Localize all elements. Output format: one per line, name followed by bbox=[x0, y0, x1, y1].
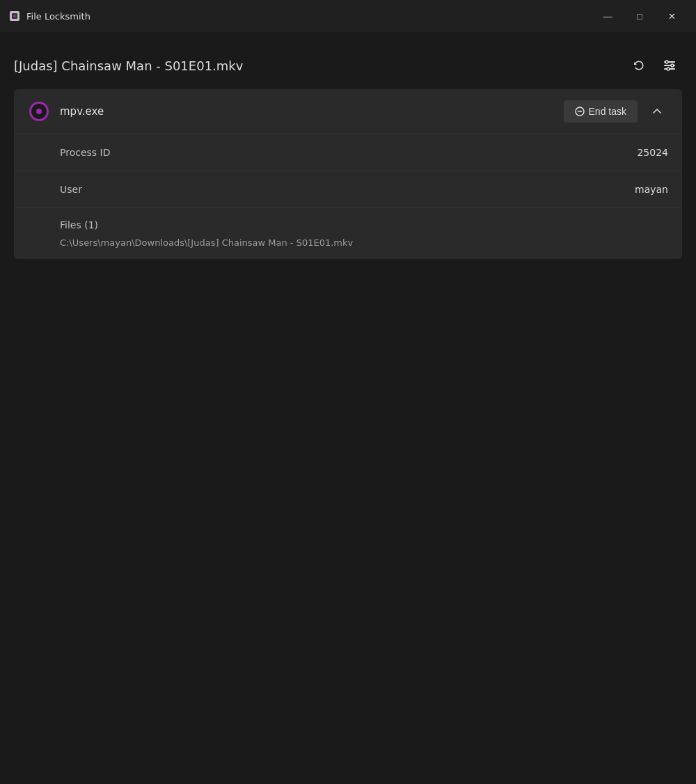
svg-point-2 bbox=[13, 15, 16, 17]
header-actions bbox=[626, 53, 682, 78]
svg-point-8 bbox=[667, 68, 670, 70]
maximize-button[interactable]: □ bbox=[624, 0, 656, 32]
process-card: mpv.exe End task Process ID 25024 User bbox=[14, 89, 682, 259]
user-value: mayan bbox=[635, 184, 668, 195]
file-header: [Judas] Chainsaw Man - S01E01.mkv bbox=[14, 53, 682, 78]
refresh-icon bbox=[632, 58, 646, 72]
svg-point-7 bbox=[671, 64, 674, 67]
process-id-row: Process ID 25024 bbox=[14, 134, 682, 171]
app-title: File Locksmith bbox=[26, 11, 592, 22]
chevron-up-icon bbox=[651, 106, 663, 117]
settings-icon bbox=[663, 58, 677, 72]
close-button[interactable]: ✕ bbox=[656, 0, 688, 32]
settings-button[interactable] bbox=[657, 53, 682, 78]
refresh-button[interactable] bbox=[626, 53, 651, 78]
end-task-button[interactable]: End task bbox=[564, 100, 638, 123]
files-section: Files (1) C:\Users\mayan\Downloads\[Juda… bbox=[14, 208, 682, 259]
process-icon bbox=[29, 102, 49, 121]
files-label: Files (1) bbox=[60, 219, 668, 230]
main-content: [Judas] Chainsaw Man - S01E01.mkv bbox=[0, 32, 696, 259]
svg-point-6 bbox=[665, 61, 668, 63]
collapse-button[interactable] bbox=[646, 100, 668, 123]
process-id-value: 25024 bbox=[637, 147, 668, 158]
process-id-label: Process ID bbox=[60, 147, 110, 158]
end-task-icon bbox=[575, 107, 585, 116]
process-icon-container bbox=[28, 100, 50, 123]
window-controls: — □ ✕ bbox=[592, 0, 688, 32]
minimize-button[interactable]: — bbox=[592, 0, 624, 32]
user-label: User bbox=[60, 184, 82, 195]
app-icon bbox=[8, 10, 21, 22]
title-bar: File Locksmith — □ ✕ bbox=[0, 0, 696, 32]
file-path: C:\Users\mayan\Downloads\[Judas] Chainsa… bbox=[60, 237, 668, 248]
user-row: User mayan bbox=[14, 171, 682, 208]
process-header: mpv.exe End task bbox=[14, 89, 682, 134]
process-name: mpv.exe bbox=[60, 105, 564, 118]
file-title: [Judas] Chainsaw Man - S01E01.mkv bbox=[14, 58, 243, 73]
